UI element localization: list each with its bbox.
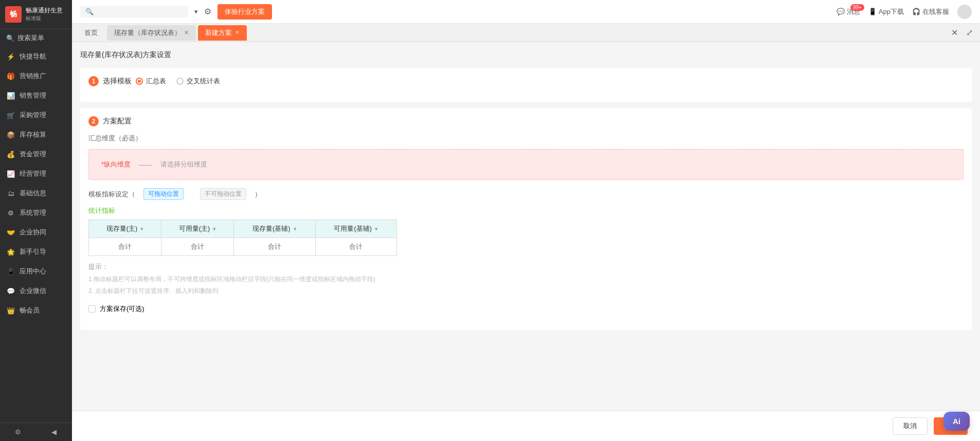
sidebar-item-wechat[interactable]: 💬 企业微信 [0, 281, 72, 301]
sidebar-item-label: 系统管理 [20, 208, 46, 217]
indicator-setting: 模板指标设定（ 可拖动位置 不可拖动位置 ） [88, 188, 964, 200]
tab-new-scheme-label: 新建方案 [205, 28, 232, 38]
dimension-area[interactable]: *纵向维度 —— 请选择分组维度 [88, 149, 964, 180]
service-button[interactable]: 🎧 在线客服 [912, 7, 949, 16]
app-download-label: App下载 [879, 7, 904, 16]
sidebar-item-app-center[interactable]: 📱 应用中心 [0, 262, 72, 281]
settings-icon: ⚙ [15, 428, 21, 436]
settings-button[interactable]: ⚙ [0, 423, 36, 441]
summary-dimension-label: 汇总维度（必选） [88, 134, 964, 143]
sidebar-item-operations[interactable]: 📈 经营管理 [0, 164, 72, 183]
system-icon: ⚙ [6, 208, 15, 217]
indicator-setting-label: 模板指标设定（ [88, 190, 135, 199]
page-title: 现存量(库存状况表)方案设置 [80, 50, 972, 60]
topbar: 🔍 ▾ ⚙ 体验行业方案 💬 消息 99+ 📱 App下载 🎧 在线客服 [72, 0, 980, 24]
tab-home[interactable]: 首页 [77, 25, 105, 41]
sidebar-item-label: 新手引导 [20, 247, 46, 256]
sidebar-bottom: ⚙ ◀ [0, 422, 72, 441]
sidebar-item-sales[interactable]: 📊 销售管理 [0, 86, 72, 105]
app-name: 畅康通好生意 [26, 7, 63, 15]
sidebar-item-system[interactable]: ⚙ 系统管理 [0, 203, 72, 223]
sidebar-item-quick-nav[interactable]: ⚡ 快捷导航 [0, 47, 72, 66]
app-edition: 标准版 [26, 15, 63, 22]
stats-section: 统计指标 现存量(主) ▾ 可用量 [88, 206, 964, 256]
col3-dropdown-icon[interactable]: ▾ [294, 226, 297, 232]
sidebar-item-label: 快捷导航 [20, 52, 46, 61]
indicator-suffix: ） [255, 190, 261, 199]
collapse-button[interactable]: ◀ [36, 423, 72, 441]
indicator-draggable-tag: 可拖动位置 [143, 188, 184, 200]
sidebar-item-inventory[interactable]: 📦 库存核算 [0, 125, 72, 144]
operations-icon: 📈 [6, 169, 15, 178]
sidebar-item-marketing[interactable]: 🎁 营销推广 [0, 66, 72, 86]
topbar-search-area[interactable]: 🔍 [80, 6, 188, 17]
messages-button[interactable]: 💬 消息 99+ [837, 7, 860, 16]
topbar-search-input[interactable] [97, 8, 183, 15]
col2-dropdown-icon[interactable]: ▾ [213, 226, 216, 232]
sidebar-item-label: 基础信息 [20, 189, 46, 198]
sidebar-item-label: 经营管理 [20, 169, 46, 178]
tab-home-label: 首页 [84, 28, 98, 38]
service-label: 在线客服 [922, 7, 949, 16]
tab-inventory-close[interactable]: ✕ [184, 29, 189, 36]
step1-header: 1 选择模板 汇总表 交叉统计表 [88, 76, 964, 86]
cell-1-2: 合计 [161, 238, 234, 256]
app-download-button[interactable]: 📱 App下载 [868, 7, 904, 16]
topbar-dropdown[interactable]: ▾ [194, 8, 198, 15]
sidebar-item-label: 畅会员 [20, 306, 40, 315]
sidebar-item-label: 企业微信 [20, 286, 46, 296]
col4-dropdown-icon[interactable]: ▾ [375, 226, 378, 232]
radio-cross-label: 交叉统计表 [187, 77, 220, 86]
radio-cross[interactable]: 交叉统计表 [176, 77, 220, 86]
col-header-3[interactable]: 现存量(基辅) ▾ [234, 220, 315, 238]
cell-1-4: 合计 [315, 238, 396, 256]
close-panel-button[interactable]: ✕ [949, 26, 960, 40]
search-icon: 🔍 [6, 34, 14, 42]
sidebar-item-basic-info[interactable]: 🗂 基础信息 [0, 183, 72, 203]
enterprise-collab-icon: 🤝 [6, 228, 15, 237]
save-label: 方案保存(可选) [100, 304, 144, 314]
save-checkbox[interactable] [88, 305, 96, 313]
sidebar-item-member[interactable]: 👑 畅会员 [0, 301, 72, 320]
sidebar-item-purchase[interactable]: 🛒 采购管理 [0, 105, 72, 125]
trial-button[interactable]: 体验行业方案 [217, 4, 272, 20]
expand-panel-button[interactable]: ⤢ [964, 26, 975, 40]
search-icon: 🔍 [85, 8, 94, 15]
topbar-gear-icon[interactable]: ⚙ [204, 7, 211, 16]
ai-button[interactable]: Ai [943, 412, 970, 431]
tips-title: 提示： [88, 262, 964, 271]
inventory-icon: 📦 [6, 130, 15, 139]
stats-table: 现存量(主) ▾ 可用量(主) ▾ [88, 219, 397, 256]
radio-summary[interactable]: 汇总表 [136, 77, 166, 86]
tab-new-scheme[interactable]: 新建方案 ✕ [198, 25, 247, 41]
user-avatar[interactable] [957, 5, 972, 19]
sidebar-search[interactable]: 🔍 搜索菜单 [0, 29, 72, 47]
sidebar-item-label: 采购管理 [20, 111, 46, 120]
tab-new-scheme-close[interactable]: ✕ [235, 29, 240, 36]
cancel-button[interactable]: 取消 [893, 417, 928, 435]
dimension-vertical-label: *纵向维度 [101, 160, 131, 169]
stats-label: 统计指标 [88, 206, 964, 215]
sidebar-item-label: 资金管理 [20, 150, 46, 159]
tab-inventory[interactable]: 现存量（库存状况表） ✕ [107, 25, 196, 41]
col-header-2[interactable]: 可用量(主) ▾ [161, 220, 234, 238]
tip-2: 2. 点击标题栏下拉可设置排序、插入列和删除列 [88, 286, 964, 296]
logo-icon: 畅 [5, 6, 22, 23]
col-header-4[interactable]: 可用量(基辅) ▾ [315, 220, 396, 238]
save-option: 方案保存(可选) [88, 304, 964, 314]
marketing-icon: 🎁 [6, 71, 15, 81]
sidebar-item-finance[interactable]: 💰 资金管理 [0, 144, 72, 164]
basic-info-icon: 🗂 [6, 189, 15, 198]
col-header-1[interactable]: 现存量(主) ▾ [89, 220, 161, 238]
sidebar-item-guide[interactable]: 🌟 新手引导 [0, 242, 72, 262]
sidebar-item-enterprise-collab[interactable]: 🤝 企业协同 [0, 223, 72, 242]
footer: 取消 查询 [72, 411, 980, 441]
tips-section: 提示： 1.拖动标题栏可以调整布局，不可跨维度或指标区域拖动栏目字段(只能在同一… [88, 262, 964, 296]
purchase-icon: 🛒 [6, 111, 15, 120]
headset-icon: 🎧 [912, 8, 920, 15]
sidebar-search-label: 搜索菜单 [17, 33, 44, 43]
collapse-icon: ◀ [51, 428, 57, 436]
col1-dropdown-icon[interactable]: ▾ [140, 226, 143, 232]
indicator-fixed-label: 不可拖动位置 [205, 190, 242, 198]
radio-summary-label: 汇总表 [146, 77, 166, 86]
